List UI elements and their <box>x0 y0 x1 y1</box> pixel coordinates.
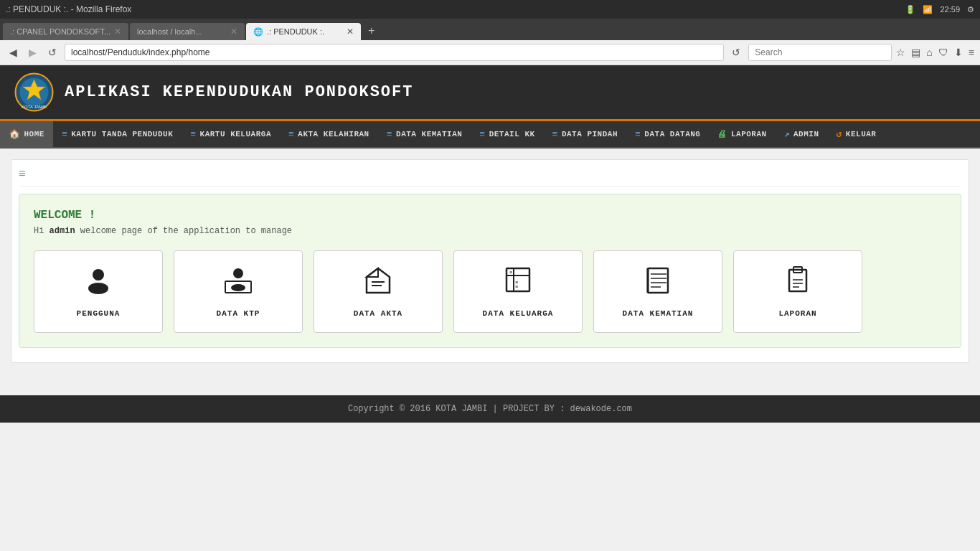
card-pengguna-label: PENGGUNA <box>77 309 121 318</box>
nav-ktp[interactable]: ≡ KARTU TANDA PENDUDUK <box>53 121 182 147</box>
laporan-icon: 🖨 <box>717 129 727 140</box>
svg-point-8 <box>231 284 245 291</box>
card-laporan[interactable]: LAPORAN <box>733 250 862 333</box>
data-akta-icon <box>364 265 392 301</box>
ktp-icon: ≡ <box>62 129 67 140</box>
tab-2[interactable]: localhost / localh... ✕ <box>130 23 245 40</box>
toolbar-icons: ☆ ▤ ⌂ 🛡 ⬇ ≡ <box>896 47 974 58</box>
welcome-suffix: welcome page of the application to manag… <box>75 226 292 236</box>
card-data-keluarga[interactable]: ≡ ≡ ≡ DATA KELUARGA <box>453 250 583 333</box>
svg-text:≡: ≡ <box>515 284 518 289</box>
reader-icon[interactable]: ▤ <box>911 47 920 58</box>
card-pengguna[interactable]: PENGGUNA <box>34 250 163 333</box>
tab-3[interactable]: 🌐 .: PENDUDUK :. ✕ <box>246 23 361 40</box>
datang-icon: ≡ <box>635 129 641 140</box>
site-header: KOTA JAMBI APLIKASI KEPENDUDUKAN PONDOKS… <box>0 65 980 121</box>
nav-pindah-label: DATA PINDAH <box>562 130 618 138</box>
nav-detail-kk-label: DETAIL KK <box>489 130 535 138</box>
site-logo: KOTA JAMBI <box>14 72 54 112</box>
card-data-ktp-label: DATA KTP <box>217 309 260 318</box>
url-bar[interactable] <box>65 44 724 61</box>
detail-kk-icon: ≡ <box>479 129 485 140</box>
welcome-username: admin <box>50 226 75 236</box>
nav-akta[interactable]: ≡ AKTA KELAHIRAN <box>280 121 378 147</box>
kk-icon: ≡ <box>190 129 196 140</box>
tab-1-close[interactable]: ✕ <box>114 27 121 37</box>
nav-keluar-label: KELUAR <box>846 130 877 138</box>
nav-datang-label: DATA DATANG <box>644 130 700 138</box>
svg-point-6 <box>233 268 243 278</box>
nav-keluar[interactable]: ↺ KELUAR <box>828 121 885 147</box>
tab-3-close[interactable]: ✕ <box>347 27 354 37</box>
tab-1[interactable]: .: CPANEL PONDOKSOFT... ✕ <box>3 23 128 40</box>
pengguna-icon <box>84 265 113 301</box>
card-data-keluarga-label: DATA KELUARGA <box>483 309 554 318</box>
site-title: APLIKASI KEPENDUDUKAN PONDOKSOFT <box>65 83 413 101</box>
tab-3-label: .: PENDUDUK :. <box>267 27 324 36</box>
svg-rect-12 <box>372 285 382 286</box>
nav-home[interactable]: 🏠 HOME <box>0 121 53 147</box>
nav-pindah[interactable]: ≡ DATA PINDAH <box>544 121 626 147</box>
content-panel: ≡ WELCOME ! Hi admin welcome page of the… <box>11 159 969 363</box>
nav-ktp-label: KARTU TANDA PENDUDUK <box>71 130 173 138</box>
tab-1-label: .: CPANEL PONDOKSOFT... <box>10 27 110 36</box>
nav-home-label: HOME <box>24 130 44 138</box>
akta-icon: ≡ <box>288 129 294 140</box>
nav-bar: 🏠 HOME ≡ KARTU TANDA PENDUDUK ≡ KARTU KE… <box>0 121 980 149</box>
svg-rect-11 <box>372 281 385 283</box>
svg-marker-10 <box>367 268 378 277</box>
data-keluarga-icon: ≡ ≡ ≡ <box>504 265 532 301</box>
card-data-ktp[interactable]: DATA KTP <box>174 250 303 333</box>
nav-laporan-label: LAPORAN <box>731 130 767 138</box>
kematian-icon: ≡ <box>387 129 392 140</box>
titlebar-controls: 🔋📶22:59⚙ <box>905 5 974 14</box>
page-wrapper: KOTA JAMBI APLIKASI KEPENDUDUKAN PONDOKS… <box>0 65 980 467</box>
nav-kematian[interactable]: ≡ DATA KEMATIAN <box>378 121 471 147</box>
keluar-icon: ↺ <box>837 128 842 140</box>
nav-laporan[interactable]: 🖨 LAPORAN <box>709 121 775 147</box>
forward-button[interactable]: ▶ <box>25 44 40 60</box>
data-ktp-icon <box>224 265 253 301</box>
nav-datang[interactable]: ≡ DATA DATANG <box>626 121 709 147</box>
nav-detail-kk[interactable]: ≡ DETAIL KK <box>471 121 543 147</box>
svg-rect-19 <box>648 268 668 293</box>
data-kematian-icon <box>644 265 672 301</box>
nav-admin[interactable]: ↗ ADMIN <box>776 121 828 147</box>
card-data-akta[interactable]: DATA AKTA <box>314 250 443 333</box>
panel-header: ≡ <box>19 167 961 187</box>
bookmark-icon[interactable]: ☆ <box>896 47 905 58</box>
admin-icon: ↗ <box>784 128 790 140</box>
panel-list-icon: ≡ <box>19 167 25 179</box>
nav-kk[interactable]: ≡ KARTU KELUARGA <box>182 121 280 147</box>
new-tab-button[interactable]: + <box>362 22 380 40</box>
pindah-icon: ≡ <box>552 129 558 140</box>
card-data-akta-label: DATA AKTA <box>354 309 402 318</box>
nav-akta-label: AKTA KELAHIRAN <box>298 130 369 138</box>
svg-text:KOTA JAMBI: KOTA JAMBI <box>22 105 47 109</box>
home-icon: 🏠 <box>9 128 21 140</box>
menu-icon[interactable]: ≡ <box>969 47 974 58</box>
svg-point-4 <box>93 269 104 281</box>
search-input[interactable] <box>748 44 892 61</box>
svg-text:≡: ≡ <box>509 270 512 275</box>
dashboard-cards: PENGGUNA DATA KTP <box>34 250 946 333</box>
welcome-prefix: Hi <box>34 226 50 236</box>
refresh-button[interactable]: ↺ <box>44 44 60 60</box>
site-footer: Copyright © 2016 KOTA JAMBI | PROJECT BY… <box>0 395 980 423</box>
reload-button[interactable]: ↺ <box>728 44 744 60</box>
home-nav-icon[interactable]: ⌂ <box>926 47 932 58</box>
back-button[interactable]: ◀ <box>6 44 21 60</box>
shield-icon[interactable]: 🛡 <box>938 47 948 58</box>
tab-2-close[interactable]: ✕ <box>230 27 237 37</box>
tab-favicon: 🌐 <box>253 27 263 37</box>
nav-kk-label: KARTU KELUARGA <box>200 130 271 138</box>
card-laporan-label: LAPORAN <box>778 309 816 318</box>
tab-2-label: localhost / localh... <box>137 27 202 36</box>
browser-tabs: .: CPANEL PONDOKSOFT... ✕ localhost / lo… <box>0 19 980 40</box>
laporan-card-icon <box>783 265 812 301</box>
welcome-box: WELCOME ! Hi admin welcome page of the a… <box>19 194 961 348</box>
card-data-kematian[interactable]: DATA KEMATIAN <box>593 250 722 333</box>
download-icon[interactable]: ⬇ <box>954 47 963 58</box>
main-content: ≡ WELCOME ! Hi admin welcome page of the… <box>0 149 980 374</box>
welcome-title: WELCOME ! <box>34 209 946 222</box>
